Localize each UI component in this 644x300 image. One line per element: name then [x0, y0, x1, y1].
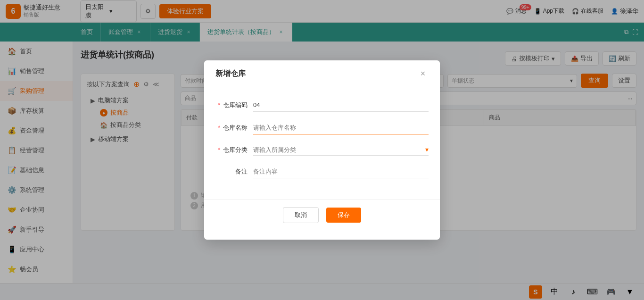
category-dropdown-icon: ▾: [425, 146, 429, 153]
category-input[interactable]: [253, 146, 425, 153]
name-label: * 仓库名称: [215, 124, 253, 132]
cancel-button[interactable]: 取消: [283, 207, 319, 223]
form-row-code: * 仓库编码: [215, 99, 429, 112]
form-row-category: * 仓库分类 ▾: [215, 144, 429, 156]
code-input[interactable]: [253, 99, 429, 112]
form-row-name: * 仓库名称: [215, 121, 429, 134]
modal-close-icon[interactable]: ×: [417, 68, 429, 79]
modal-header: 新增仓库 ×: [204, 60, 440, 87]
category-select-wrapper[interactable]: ▾: [253, 144, 429, 156]
form-row-note: 备注: [215, 165, 429, 178]
name-input[interactable]: [253, 121, 429, 134]
modal-title: 新增仓库: [215, 69, 246, 79]
category-label: * 仓库分类: [215, 146, 253, 154]
save-button[interactable]: 保存: [326, 208, 361, 223]
note-label: 备注: [215, 167, 253, 176]
add-warehouse-modal: 新增仓库 × * 仓库编码 * 仓库名称 * 仓库分类 ▾: [204, 60, 440, 240]
note-input[interactable]: [253, 165, 429, 178]
code-label: * 仓库编码: [215, 101, 253, 109]
modal-body: * 仓库编码 * 仓库名称 * 仓库分类 ▾ 备注: [204, 87, 440, 199]
modal-footer: 取消 保存: [204, 199, 440, 234]
